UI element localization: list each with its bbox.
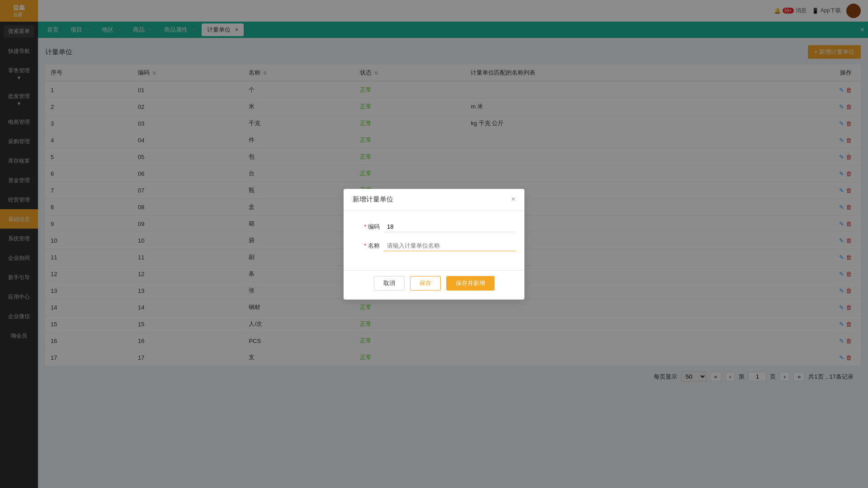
save-and-new-button[interactable]: 保存并新增 <box>446 276 495 291</box>
modal-title: 新增计量单位 <box>353 195 393 204</box>
modal-close-button[interactable]: × <box>511 195 515 203</box>
add-unit-modal: 新增计量单位 × 编码 名称 取消 保存 保存并新增 <box>344 189 524 300</box>
name-input[interactable] <box>384 240 515 251</box>
modal-overlay: 新增计量单位 × 编码 名称 取消 保存 保存并新增 <box>0 0 868 488</box>
code-label: 编码 <box>353 223 380 231</box>
modal-header: 新增计量单位 × <box>344 189 524 211</box>
save-button[interactable]: 保存 <box>410 276 441 291</box>
modal-body: 编码 名称 <box>344 211 524 270</box>
name-label: 名称 <box>353 242 380 250</box>
code-input[interactable] <box>384 221 515 232</box>
form-item-code: 编码 <box>353 221 515 232</box>
cancel-button[interactable]: 取消 <box>374 276 405 291</box>
modal-footer: 取消 保存 保存并新增 <box>344 270 524 300</box>
form-item-name: 名称 <box>353 240 515 251</box>
